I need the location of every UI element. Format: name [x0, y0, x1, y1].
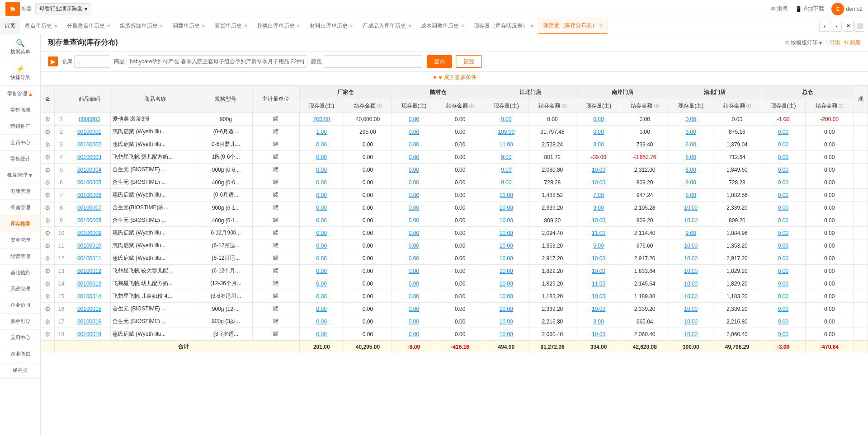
- row-zc-qty[interactable]: 0.00: [761, 214, 805, 227]
- row-gear[interactable]: ⚙: [41, 315, 55, 328]
- row-cf-qty[interactable]: 0.00: [299, 252, 344, 265]
- sidebar-item-vip[interactable]: 畅会员: [0, 362, 40, 379]
- user-area[interactable]: E demo2: [831, 3, 863, 15]
- row-zc-qty[interactable]: 0.00: [761, 328, 805, 341]
- row-lc-qty[interactable]: 0.00: [392, 265, 436, 277]
- row-gear[interactable]: ⚙: [41, 303, 55, 315]
- row-jb-qty[interactable]: 10.00: [484, 214, 528, 227]
- row-cf-qty[interactable]: 0.00: [299, 239, 344, 252]
- app-download-btn[interactable]: 📱 App下载: [795, 5, 824, 13]
- row-yb-qty[interactable]: 10.00: [669, 303, 713, 315]
- message-btn[interactable]: ✉ 消息: [771, 5, 788, 13]
- sidebar-item-retail-mall[interactable]: 零售商城: [0, 102, 40, 118]
- row-cf-qty[interactable]: 0.00: [299, 303, 344, 315]
- tab-expand-btn[interactable]: ⬜: [854, 21, 865, 32]
- row-cf-qty[interactable]: 0.00: [299, 277, 344, 290]
- row-cf-qty[interactable]: 0.00: [299, 290, 344, 303]
- row-lc-qty[interactable]: 0.00: [392, 214, 436, 227]
- row-yb-qty[interactable]: 10.00: [669, 290, 713, 303]
- row-code[interactable]: 00100014: [68, 290, 111, 303]
- close-icon[interactable]: ✕: [297, 23, 300, 28]
- row-jb-qty[interactable]: 9.00: [484, 176, 528, 189]
- close-icon[interactable]: ✕: [107, 23, 110, 28]
- tab-stock-dist[interactable]: 现存量（库存分布表）✕: [538, 18, 608, 34]
- row-cf-qty[interactable]: 0.00: [299, 164, 344, 176]
- row-code[interactable]: 00100002: [68, 138, 111, 151]
- row-gear[interactable]: ⚙: [41, 126, 55, 138]
- row-na-qty[interactable]: 10.00: [576, 265, 621, 277]
- row-cf-qty[interactable]: 0.00: [299, 315, 344, 328]
- row-gear[interactable]: ⚙: [41, 239, 55, 252]
- tab-transfer[interactable]: 调拨单历史 ✕: [168, 18, 210, 34]
- export-btn[interactable]: ↑ 导出: [826, 39, 840, 47]
- row-yb-qty[interactable]: 8.00: [669, 189, 713, 202]
- row-yb-qty[interactable]: 10.00: [669, 202, 713, 214]
- sidebar-item-retail-stats[interactable]: 零售统计: [0, 151, 40, 167]
- tab-partial-check[interactable]: 分量盘点单历史 ✕: [62, 18, 115, 34]
- row-na-qty[interactable]: 11.00: [576, 277, 621, 290]
- tab-cost-adjust[interactable]: 成本调整单历史 ✕: [416, 18, 469, 34]
- row-jb-qty[interactable]: 11.00: [484, 189, 528, 202]
- row-lc-qty[interactable]: 0.00: [392, 315, 436, 328]
- row-na-qty[interactable]: 0.00: [576, 113, 621, 126]
- row-zc-qty[interactable]: 0.00: [761, 239, 805, 252]
- row-gear[interactable]: ⚙: [41, 328, 55, 341]
- row-cf-qty[interactable]: 0.00: [299, 176, 344, 189]
- row-zc-qty[interactable]: 0.00: [761, 277, 805, 290]
- row-code[interactable]: 00100011: [68, 252, 111, 265]
- row-yb-qty[interactable]: 10.00: [669, 277, 713, 290]
- row-lc-qty[interactable]: 0.00: [392, 239, 436, 252]
- row-na-qty[interactable]: 9.00: [576, 202, 621, 214]
- sidebar-item-finance[interactable]: 资金管理: [0, 232, 40, 248]
- row-lc-qty[interactable]: 0.00: [392, 113, 436, 126]
- row-lc-qty[interactable]: 0.00: [392, 227, 436, 239]
- tab-product-in[interactable]: 产成品入库单历史 ✕: [358, 18, 416, 34]
- close-icon[interactable]: ✕: [244, 23, 247, 28]
- row-code[interactable]: 00100001: [68, 126, 111, 138]
- sidebar-item-inventory[interactable]: 库存核算: [0, 216, 40, 232]
- row-jb-qty[interactable]: 9.00: [484, 164, 528, 176]
- row-gear[interactable]: ⚙: [41, 202, 55, 214]
- row-na-qty[interactable]: 3.00: [576, 315, 621, 328]
- close-icon[interactable]: ✕: [54, 23, 57, 28]
- row-yb-qty[interactable]: 10.00: [669, 214, 713, 227]
- row-lc-qty[interactable]: 0.00: [392, 303, 436, 315]
- close-icon[interactable]: ✕: [408, 23, 411, 28]
- row-cf-qty[interactable]: 0.00: [299, 138, 344, 151]
- tab-home[interactable]: 首页: [0, 18, 20, 34]
- close-icon[interactable]: ✕: [461, 23, 464, 28]
- row-na-qty[interactable]: 10.00: [576, 303, 621, 315]
- row-zc-qty[interactable]: 0.00: [761, 315, 805, 328]
- row-code[interactable]: 00100012: [68, 265, 111, 277]
- row-lc-qty[interactable]: 0.00: [392, 290, 436, 303]
- row-zc-qty[interactable]: 0.00: [761, 265, 805, 277]
- row-gear[interactable]: ⚙: [41, 290, 55, 303]
- industry-selector[interactable]: 母婴行业演示陈套 ▾: [35, 3, 91, 14]
- row-code[interactable]: 00100018: [68, 328, 111, 341]
- warehouse-input[interactable]: [74, 55, 110, 68]
- row-yb-qty[interactable]: 10.00: [669, 315, 713, 328]
- tab-material-out[interactable]: 材料出库单历史 ✕: [305, 18, 358, 34]
- sidebar-item-collab[interactable]: 企业协同: [0, 297, 40, 314]
- sidebar-item-base-info[interactable]: 基础信息: [0, 265, 40, 281]
- row-jb-qty[interactable]: 9.00: [484, 151, 528, 164]
- row-lc-qty[interactable]: 0.00: [392, 126, 436, 138]
- row-code[interactable]: 00100010: [68, 239, 111, 252]
- row-jb-qty[interactable]: 10.00: [484, 252, 528, 265]
- row-gear[interactable]: ⚙: [41, 138, 55, 151]
- row-cf-qty[interactable]: 200.00: [299, 113, 344, 126]
- row-zc-qty[interactable]: 0.00: [761, 189, 805, 202]
- row-code[interactable]: 00100004: [68, 164, 111, 176]
- row-na-qty[interactable]: 10.00: [576, 164, 621, 176]
- row-cf-qty[interactable]: 0.00: [299, 214, 344, 227]
- row-na-qty[interactable]: 3.00: [576, 138, 621, 151]
- row-yb-qty[interactable]: 3.00: [669, 126, 713, 138]
- close-icon[interactable]: ✕: [160, 23, 163, 28]
- row-jb-qty[interactable]: 10.00: [484, 265, 528, 277]
- close-icon[interactable]: ✕: [530, 23, 533, 28]
- row-na-qty[interactable]: 10.00: [576, 214, 621, 227]
- sidebar-item-guide[interactable]: 新手引导: [0, 314, 40, 330]
- row-jb-qty[interactable]: 10.00: [484, 328, 528, 341]
- row-gear[interactable]: ⚙: [41, 189, 55, 202]
- row-zc-qty[interactable]: 0.00: [761, 176, 805, 189]
